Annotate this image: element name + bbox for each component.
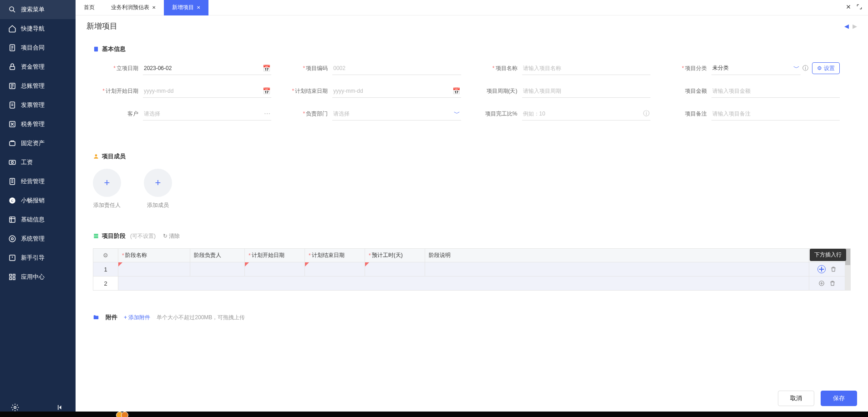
plan-end-input[interactable] — [332, 84, 461, 98]
save-button[interactable]: 保存 — [821, 391, 857, 406]
col-desc: 阶段说明 — [429, 251, 451, 259]
biz-icon — [8, 177, 16, 186]
prev-icon[interactable]: ◀ — [844, 23, 849, 30]
sidebar-item-system[interactable]: 系统管理 — [0, 229, 76, 248]
expand-icon[interactable] — [856, 4, 863, 10]
gear-icon[interactable]: ⚙ — [93, 249, 118, 262]
sidebar-item-lock[interactable]: 资金管理 — [0, 57, 76, 76]
sidebar-item-info[interactable]: 基础信息 — [0, 210, 76, 229]
stack-icon — [93, 233, 99, 239]
lock-icon — [8, 63, 16, 71]
search-icon — [8, 5, 16, 14]
gear-icon: ⚙ — [817, 65, 822, 71]
sidebar-item-salary[interactable]: 工资 — [0, 153, 76, 172]
gear-icon[interactable] — [11, 403, 19, 412]
code-input[interactable] — [332, 61, 461, 75]
taskbar — [0, 412, 868, 417]
calendar-icon[interactable]: 📅 — [452, 87, 460, 95]
setting-button[interactable]: ⚙设置 — [812, 62, 840, 74]
date-input[interactable] — [143, 61, 271, 75]
close-icon[interactable]: ✕ — [152, 5, 156, 10]
tab-1[interactable]: 业务利润预估表✕ — [103, 0, 164, 15]
main: 首页业务利润预估表✕新增项目✕ 新增项目 ◀ ▶ 基本信息 — [76, 0, 868, 417]
svg-point-14 — [9, 236, 15, 242]
delete-row-icon[interactable] — [830, 266, 837, 272]
plan-start-input[interactable] — [143, 84, 271, 98]
tax-icon — [8, 120, 16, 128]
sidebar-item-label: 项目合同 — [21, 44, 45, 52]
sidebar-item-ledger[interactable]: 总账管理 — [0, 76, 76, 95]
insert-row-icon[interactable] — [818, 280, 825, 286]
sidebar-item-home[interactable]: 快捷导航 — [0, 19, 76, 38]
label-name: 项目名称 — [496, 65, 518, 71]
period-input[interactable] — [522, 84, 650, 98]
svg-rect-19 — [13, 278, 15, 280]
col-owner: 阶段负责人 — [194, 251, 221, 259]
close-icon[interactable] — [845, 4, 852, 10]
more-icon[interactable]: ⋯ — [264, 110, 270, 117]
table-row[interactable]: 2 — [93, 276, 845, 290]
sidebar-item-apps[interactable]: 应用中心 — [0, 267, 76, 286]
add-member-button[interactable]: + 添加成员 — [144, 169, 172, 209]
row-index: 2 — [93, 276, 118, 290]
ledger-icon — [8, 82, 16, 90]
phases-table: ⚙ *阶段名称 阶段负责人 *计划开始日期 *计划结束日期 *预计工时(天) 阶… — [93, 248, 845, 291]
attachment-note: 单个大小不超过200MB，可拖拽上传 — [157, 314, 245, 322]
sidebar-item-label: 固定资产 — [21, 139, 45, 147]
cancel-button[interactable]: 取消 — [778, 391, 814, 406]
svg-rect-6 — [10, 141, 15, 146]
tab-label: 首页 — [84, 4, 95, 11]
sidebar-item-label: 经营管理 — [21, 177, 45, 186]
sidebar-item-reimburse[interactable]: C小畅报销 — [0, 191, 76, 210]
svg-point-13 — [11, 238, 14, 240]
amount-input[interactable] — [711, 84, 840, 98]
sidebar-item-asset[interactable]: 固定资产 — [0, 134, 76, 153]
table-row[interactable]: 1 下方插入行 — [93, 262, 845, 276]
label-remark: 项目备注 — [685, 111, 707, 117]
clear-button[interactable]: ↻清除 — [163, 232, 180, 240]
svg-point-8 — [11, 161, 14, 164]
svg-rect-24 — [94, 234, 98, 235]
col-name: 阶段名称 — [125, 251, 147, 259]
refresh-icon: ↻ — [163, 233, 168, 239]
sidebar-item-search[interactable]: 搜索菜单 — [0, 0, 76, 19]
reimburse-icon: C — [8, 196, 16, 205]
section-title: 附件 — [106, 313, 117, 322]
help-icon[interactable]: ⓘ — [643, 110, 650, 118]
label-plan-start: 计划开始日期 — [106, 88, 138, 94]
calendar-icon[interactable]: 📅 — [263, 65, 270, 72]
avatar-stack — [118, 410, 128, 417]
sidebar-item-biz[interactable]: 经营管理 — [0, 172, 76, 191]
label-date: 立项日期 — [117, 65, 138, 71]
progress-input[interactable] — [522, 107, 650, 121]
svg-text:C: C — [11, 199, 14, 203]
chevron-down-icon[interactable]: ﹀ — [454, 110, 460, 118]
sidebar-item-guide[interactable]: 新手引导 — [0, 248, 76, 267]
svg-point-0 — [10, 7, 14, 11]
sidebar-item-tax[interactable]: 税务管理 — [0, 115, 76, 134]
close-icon[interactable]: ✕ — [197, 5, 200, 10]
dept-select[interactable] — [332, 107, 461, 121]
sidebar-item-doc[interactable]: 项目合同 — [0, 38, 76, 57]
tab-0[interactable]: 首页 — [76, 0, 103, 15]
sidebar-item-invoice[interactable]: 发票管理 — [0, 95, 76, 115]
svg-point-20 — [14, 407, 16, 409]
system-icon — [8, 235, 16, 243]
collapse-icon[interactable] — [56, 403, 65, 412]
customer-select[interactable] — [143, 107, 271, 121]
next-icon[interactable]: ▶ — [853, 23, 857, 30]
calendar-icon[interactable]: 📅 — [263, 87, 270, 95]
add-owner-button[interactable]: + 添加责任人 — [93, 169, 121, 209]
help-icon[interactable]: ⓘ — [802, 64, 808, 72]
col-hours: 预计工时(天) — [372, 251, 403, 259]
category-select[interactable] — [711, 61, 801, 75]
insert-row-icon[interactable] — [817, 265, 826, 273]
delete-row-icon[interactable] — [829, 280, 836, 286]
section-note: (可不设置) — [130, 232, 156, 240]
tab-2[interactable]: 新增项目✕ — [164, 0, 208, 15]
add-attachment-button[interactable]: + 添加附件 — [124, 314, 150, 322]
chevron-down-icon[interactable]: ﹀ — [793, 64, 800, 72]
name-input[interactable] — [522, 61, 650, 75]
remark-input[interactable] — [711, 107, 840, 121]
sidebar-item-label: 总账管理 — [21, 82, 45, 90]
